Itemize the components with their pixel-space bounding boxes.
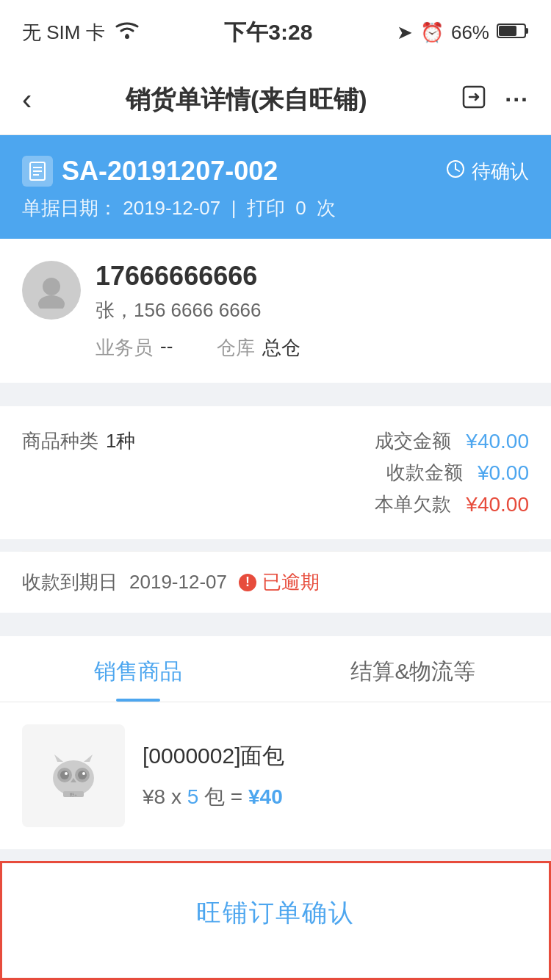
tab-sales-products[interactable]: 销售商品 bbox=[0, 636, 276, 702]
due-date-card: 收款到期日 2019-12-07 ! 已逾期 bbox=[0, 552, 551, 613]
order-number: SA-20191207-002 bbox=[22, 156, 278, 187]
status-bar-time: 下午3:28 bbox=[224, 18, 312, 48]
warehouse-value: 总仓 bbox=[262, 335, 300, 361]
svg-point-13 bbox=[38, 295, 65, 309]
print-label: 打印 bbox=[247, 197, 285, 219]
collected-amount-label: 收款金额 bbox=[386, 460, 463, 486]
customer-card: 17666666666 张，156 6666 6666 业务员 -- 仓库 总仓 bbox=[0, 239, 551, 383]
customer-info: 17666666666 张，156 6666 6666 业务员 -- 仓库 总仓 bbox=[96, 261, 529, 361]
section-divider-1 bbox=[0, 394, 551, 406]
product-thumb-owl-icon: 野+ bbox=[44, 750, 103, 801]
avatar bbox=[22, 261, 81, 320]
tab-bar: 销售商品 结算&物流等 bbox=[0, 636, 551, 702]
clock-icon bbox=[445, 159, 466, 184]
svg-text:野+: 野+ bbox=[70, 793, 77, 797]
tab-underline bbox=[116, 699, 160, 702]
product-total: ¥40 bbox=[248, 785, 283, 808]
order-date-value: 2019-12-07 bbox=[123, 197, 220, 219]
owed-amount-row: 本单欠款 ¥40.00 bbox=[375, 491, 529, 517]
product-type-value: 1种 bbox=[106, 428, 135, 454]
overdue-warning-icon: ! bbox=[239, 574, 256, 591]
order-date-label: 单据日期： bbox=[22, 197, 118, 219]
svg-marker-22 bbox=[54, 754, 63, 762]
order-date-row: 单据日期： 2019-12-07 | 打印 0 次 bbox=[22, 195, 529, 221]
summary-row: 商品种类 1种 成交金额 ¥40.00 收款金额 ¥0.00 本单欠款 ¥40.… bbox=[22, 428, 529, 517]
order-doc-icon bbox=[22, 156, 53, 187]
product-qty: 5 bbox=[187, 785, 199, 808]
status-bar-left: 无 SIM 卡 bbox=[22, 20, 140, 46]
product-thumbnail: 野+ bbox=[22, 724, 125, 827]
customer-phone: 17666666666 bbox=[96, 261, 529, 292]
summary-left: 商品种类 1种 bbox=[22, 428, 135, 454]
summary-card: 商品种类 1种 成交金额 ¥40.00 收款金额 ¥0.00 本单欠款 ¥40.… bbox=[0, 406, 551, 539]
confirm-button-wrap: 旺铺订单确认 bbox=[0, 861, 551, 980]
tab-sales-products-label: 销售商品 bbox=[94, 659, 182, 683]
multiply-sign: x bbox=[171, 785, 181, 808]
tab-settlement-logistics-label: 结算&物流等 bbox=[350, 659, 475, 683]
warehouse-meta: 仓库 总仓 bbox=[217, 335, 300, 361]
svg-rect-3 bbox=[499, 26, 516, 36]
tab-settlement-logistics[interactable]: 结算&物流等 bbox=[276, 636, 551, 702]
due-date-value: 2019-12-07 bbox=[129, 571, 227, 594]
transaction-amount-value: ¥40.00 bbox=[466, 430, 529, 453]
product-price: ¥8 x 5 包 = ¥40 bbox=[143, 783, 529, 811]
share-icon[interactable] bbox=[461, 84, 487, 116]
alarm-icon: ⏰ bbox=[420, 21, 444, 44]
print-unit: 次 bbox=[317, 197, 336, 219]
warehouse-label: 仓库 bbox=[217, 335, 255, 361]
sales-value: -- bbox=[160, 335, 173, 361]
qty-unit: 包 bbox=[204, 785, 225, 808]
due-date-label: 收款到期日 bbox=[22, 569, 118, 595]
overdue-label: 已逾期 bbox=[262, 569, 320, 595]
unit-price: ¥8 bbox=[143, 785, 165, 808]
svg-line-11 bbox=[455, 169, 459, 171]
nav-bar: ‹ 销货单详情(来自旺铺) ··· bbox=[0, 65, 551, 135]
status-bar-right: ➤ ⏰ 66% bbox=[397, 21, 529, 44]
owed-amount-value: ¥40.00 bbox=[466, 493, 529, 516]
section-divider-2 bbox=[0, 624, 551, 636]
wifi-icon bbox=[114, 21, 140, 45]
location-icon: ➤ bbox=[397, 21, 413, 44]
product-name: [0000002]面包 bbox=[143, 741, 529, 771]
svg-point-19 bbox=[65, 772, 68, 775]
product-type-label: 商品种类 bbox=[22, 428, 98, 454]
svg-marker-23 bbox=[84, 754, 93, 762]
summary-right: 成交金额 ¥40.00 收款金额 ¥0.00 本单欠款 ¥40.00 bbox=[375, 428, 529, 517]
battery-icon bbox=[497, 21, 529, 44]
carrier-label: 无 SIM 卡 bbox=[22, 20, 105, 46]
due-date-section: 收款到期日 2019-12-07 ! 已逾期 bbox=[0, 552, 551, 613]
collected-amount-value: ¥0.00 bbox=[478, 461, 529, 485]
product-section: 野+ [0000002]面包 ¥8 x 5 包 = ¥40 bbox=[0, 702, 551, 849]
product-details: [0000002]面包 ¥8 x 5 包 = ¥40 bbox=[143, 741, 529, 811]
owed-amount-label: 本单欠款 bbox=[375, 491, 451, 517]
order-header-top: SA-20191207-002 待确认 bbox=[22, 156, 529, 187]
collected-amount-row: 收款金额 ¥0.00 bbox=[386, 460, 529, 486]
page-title: 销货单详情(来自旺铺) bbox=[126, 83, 367, 117]
transaction-amount-label: 成交金额 bbox=[375, 428, 451, 454]
svg-point-12 bbox=[43, 278, 60, 295]
summary-section: 商品种类 1种 成交金额 ¥40.00 收款金额 ¥0.00 本单欠款 ¥40.… bbox=[0, 406, 551, 539]
customer-section: 17666666666 张，156 6666 6666 业务员 -- 仓库 总仓 bbox=[0, 239, 551, 383]
product-item: 野+ [0000002]面包 ¥8 x 5 包 = ¥40 bbox=[0, 702, 551, 849]
svg-point-17 bbox=[60, 771, 69, 779]
status-bar: 无 SIM 卡 下午3:28 ➤ ⏰ 66% bbox=[0, 0, 551, 65]
customer-row: 17666666666 张，156 6666 6666 业务员 -- 仓库 总仓 bbox=[22, 261, 529, 361]
svg-point-18 bbox=[78, 771, 87, 779]
confirm-order-button[interactable]: 旺铺订单确认 bbox=[24, 878, 527, 948]
sales-label: 业务员 bbox=[96, 335, 153, 361]
nav-actions: ··· bbox=[461, 84, 529, 116]
more-icon[interactable]: ··· bbox=[505, 86, 529, 113]
order-status-badge: 待确认 bbox=[445, 159, 529, 184]
equals-sign: = bbox=[231, 785, 242, 808]
customer-meta: 业务员 -- 仓库 总仓 bbox=[96, 335, 529, 361]
svg-rect-2 bbox=[525, 28, 528, 34]
print-count: 0 bbox=[295, 197, 306, 219]
customer-name: 张，156 6666 6666 bbox=[96, 298, 529, 323]
back-button[interactable]: ‹ bbox=[22, 83, 32, 116]
sales-meta: 业务员 -- bbox=[96, 335, 173, 361]
svg-point-0 bbox=[125, 35, 129, 39]
transaction-amount-row: 成交金额 ¥40.00 bbox=[375, 428, 529, 454]
svg-point-20 bbox=[82, 772, 85, 775]
order-header: SA-20191207-002 待确认 单据日期： 2019-12-07 | 打… bbox=[0, 135, 551, 239]
battery-label: 66% bbox=[451, 21, 489, 44]
